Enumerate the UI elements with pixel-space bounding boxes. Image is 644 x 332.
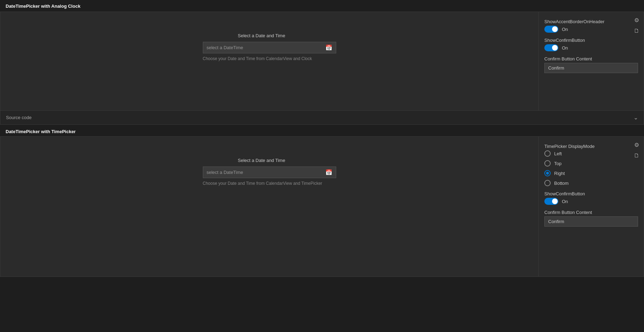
radio-circle-left [544, 150, 551, 157]
section2-hint: Choose your Date and Time from CalendarV… [203, 181, 323, 186]
section1-title: DateTimePicker with Analog Clock [0, 0, 644, 12]
radio-circle-bottom [544, 180, 551, 186]
section2-content: Select a Date and Time select a DateTime… [0, 137, 538, 276]
radio-label-top: Top [554, 161, 562, 166]
section1-prop3-label: Confirm Button Content [544, 56, 638, 61]
section2-sidebar: ⚙ 🗋 TimePicker DisplayMode Left Top [538, 137, 644, 276]
radio-label-bottom: Bottom [554, 181, 569, 186]
calendar-icon-2[interactable]: 📅 [325, 169, 332, 176]
section2-select-label: Select a Date and Time [238, 158, 285, 163]
section2-input-text: select a DateTime [207, 170, 325, 175]
radio-label-left: Left [554, 151, 562, 156]
section1-prop1-group: ShowAccentBorderOnHeader On [544, 19, 638, 33]
chevron-down-icon: ⌄ [633, 114, 638, 121]
section1-prop2-group: ShowConfirmButton On [544, 38, 638, 51]
source-code-label: Source code [6, 115, 32, 120]
section1-content: Select a Date and Time select a DateTime… [0, 12, 538, 110]
section2-prop1-label: TimePicker DisplayMode [544, 144, 638, 149]
radio-left[interactable]: Left [544, 150, 638, 157]
radio-circle-right [544, 170, 551, 176]
section1-prop3-input[interactable] [544, 63, 638, 73]
section1-input-text: select a DateTime [207, 45, 325, 50]
section2-prop3-label: Confirm Button Content [544, 210, 638, 215]
section1-prop3-group: Confirm Button Content [544, 56, 638, 73]
radio-top[interactable]: Top [544, 160, 638, 167]
radio-right[interactable]: Right [544, 170, 638, 176]
section1-select-label: Select a Date and Time [238, 33, 285, 38]
section2-prop2-label: ShowConfirmButton [544, 191, 638, 196]
section1-file-icon[interactable]: 🗋 [633, 27, 640, 35]
section1-prop1-toggle-label: On [562, 27, 568, 32]
section1-prop1-toggle[interactable] [544, 26, 558, 33]
section1-prop2-label: ShowConfirmButton [544, 38, 638, 43]
section2-card: Select a Date and Time select a DateTime… [0, 136, 644, 277]
section1-prop1-label: ShowAccentBorderOnHeader [544, 19, 638, 24]
section1-prop2-toggle-label: On [562, 45, 568, 51]
section1-sidebar: ⚙ 🗋 ShowAccentBorderOnHeader On ShowConf… [538, 12, 644, 110]
section1-prop2-toggle[interactable] [544, 44, 558, 51]
section2-file-icon[interactable]: 🗋 [633, 152, 640, 160]
source-code-bar[interactable]: Source code ⌄ [0, 111, 644, 125]
section2-prop3-group: Confirm Button Content [544, 210, 638, 227]
section2-prop3-input[interactable] [544, 216, 638, 227]
section1-hint: Choose your Date and Time from CalendarV… [203, 56, 312, 61]
section2-prop2-toggle-label: On [562, 199, 568, 204]
section1-card: Select a Date and Time select a DateTime… [0, 12, 644, 111]
calendar-icon-1[interactable]: 📅 [325, 44, 332, 51]
section2-title: DateTimePicker with TimePicker [0, 125, 644, 136]
radio-circle-top [544, 160, 551, 167]
radio-label-right: Right [554, 171, 565, 176]
section2-prop1-group: TimePicker DisplayMode Left Top Right [544, 144, 638, 186]
section2-datetime-input[interactable]: select a DateTime 📅 [203, 167, 336, 178]
section2-prop2-toggle[interactable] [544, 198, 558, 205]
section2-gear-icon[interactable]: ⚙ [633, 141, 640, 149]
radio-bottom[interactable]: Bottom [544, 180, 638, 186]
section1-datetime-input[interactable]: select a DateTime 📅 [203, 42, 336, 53]
section1-gear-icon[interactable]: ⚙ [633, 16, 640, 24]
section2-prop2-group: ShowConfirmButton On [544, 191, 638, 205]
